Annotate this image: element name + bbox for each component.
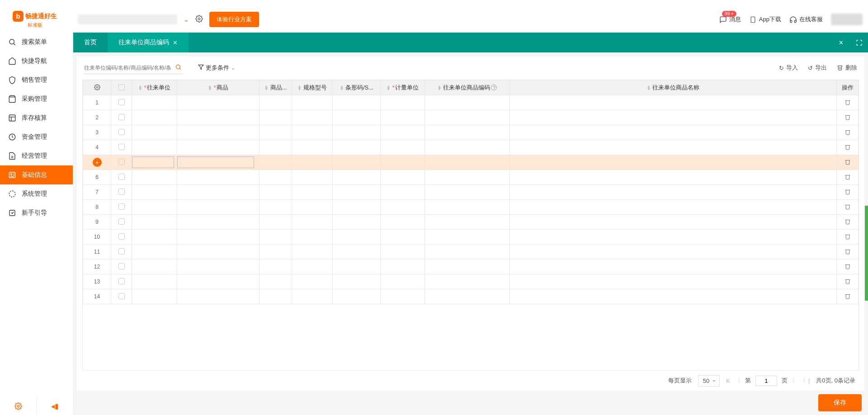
sidebar-collapse-button[interactable]: ◂▮ [37,397,73,415]
tab-partner-product-code[interactable]: 往来单位商品编码 ✕ [108,33,189,52]
cell-spec[interactable] [292,110,333,125]
header-product[interactable]: ▲▼*商品 [177,80,259,95]
cell-barcode[interactable] [333,289,381,304]
row-checkbox[interactable] [111,215,132,230]
cell-barcode[interactable] [333,140,381,155]
cell-partner-name[interactable] [510,200,837,215]
cell-category[interactable] [259,110,292,125]
cell-partner-name[interactable] [510,185,837,200]
cell-spec[interactable] [292,274,333,289]
table-row[interactable]: 3 [83,125,859,140]
cell-product[interactable] [177,274,259,289]
cell-category[interactable] [259,274,292,289]
cell-measure[interactable] [381,140,425,155]
table-row[interactable]: 8 [83,200,859,215]
cell-spec[interactable] [292,200,333,215]
cell-partner-code[interactable] [425,155,510,170]
cell-category[interactable] [259,140,292,155]
cell-barcode[interactable] [333,200,381,215]
cell-product[interactable] [177,95,259,110]
export-button[interactable]: ↺ 导出 [808,64,827,72]
row-checkbox[interactable] [111,274,132,289]
cell-product[interactable] [177,140,259,155]
cell-partner-unit[interactable] [132,200,177,215]
cell-partner-name[interactable] [510,230,837,245]
cell-partner-unit[interactable] [132,170,177,185]
row-delete-button[interactable] [837,245,859,259]
cell-partner-name[interactable] [510,95,837,110]
row-delete-button[interactable] [837,289,859,304]
next-page-button[interactable]: 〉 [792,377,798,385]
cell-measure[interactable] [381,259,425,274]
tab-home[interactable]: 首页 [73,33,108,52]
sidebar-item-7[interactable]: 基础信息 [0,165,73,184]
cell-partner-code[interactable] [425,95,510,110]
table-row[interactable]: 6 [83,170,859,185]
cell-partner-unit[interactable] [132,259,177,274]
cell-partner-unit[interactable] [132,140,177,155]
cell-category[interactable] [259,215,292,230]
cell-category[interactable] [259,200,292,215]
cell-partner-unit[interactable] [132,215,177,230]
cell-barcode[interactable] [333,259,381,274]
search-input[interactable] [84,62,183,74]
cell-partner-code[interactable] [425,245,510,259]
cell-spec[interactable] [292,125,333,140]
header-partner-code[interactable]: ▲▼往来单位商品编码? [425,80,510,95]
cell-barcode[interactable] [333,230,381,245]
cell-partner-name[interactable] [510,259,837,274]
trial-button[interactable]: 体验行业方案 [209,12,259,27]
cell-partner-unit[interactable] [132,230,177,245]
cell-spec[interactable] [292,259,333,274]
row-checkbox[interactable] [111,185,132,200]
first-page-button[interactable]: K [726,377,730,384]
sidebar-settings-button[interactable] [0,397,37,415]
row-delete-button[interactable] [837,155,859,170]
cell-product[interactable] [177,170,259,185]
row-delete-button[interactable] [837,215,859,230]
sidebar-item-8[interactable]: 系统管理 [0,184,73,203]
cell-category[interactable] [259,155,292,170]
table-row[interactable]: 11 [83,245,859,259]
cell-partner-unit[interactable] [132,110,177,125]
row-delete-button[interactable] [837,185,859,200]
cell-measure[interactable] [381,215,425,230]
cell-category[interactable] [259,185,292,200]
cell-measure[interactable] [381,200,425,215]
header-spec[interactable]: ▲▼规格型号 [292,80,333,95]
cell-category[interactable] [259,170,292,185]
per-page-select[interactable]: 50 [698,375,720,387]
close-icon[interactable]: ✕ [173,39,178,46]
product-input[interactable] [177,156,254,168]
sidebar-item-5[interactable]: 资金管理 [0,127,73,146]
header-measure-unit[interactable]: ▲▼*计量单位 [381,80,425,95]
header-partner-name[interactable]: ▲▼往来单位商品名称 [510,80,837,95]
cell-partner-name[interactable] [510,125,837,140]
table-row[interactable]: 12 [83,259,859,274]
cell-partner-code[interactable] [425,289,510,304]
cell-partner-code[interactable] [425,170,510,185]
row-checkbox[interactable] [111,200,132,215]
cell-partner-code[interactable] [425,110,510,125]
row-delete-button[interactable] [837,95,859,110]
cell-barcode[interactable] [333,95,381,110]
cell-partner-name[interactable] [510,155,837,170]
cell-barcode[interactable] [333,185,381,200]
cell-spec[interactable] [292,170,333,185]
cell-partner-name[interactable] [510,289,837,304]
cell-category[interactable] [259,259,292,274]
cell-spec[interactable] [292,230,333,245]
sidebar-item-9[interactable]: 新手引导 [0,203,73,222]
cell-spec[interactable] [292,289,333,304]
cell-product[interactable] [177,230,259,245]
search-icon[interactable] [175,64,182,72]
cell-category[interactable] [259,95,292,110]
cell-spec[interactable] [292,140,333,155]
cell-product[interactable] [177,245,259,259]
cell-measure[interactable] [381,155,425,170]
help-icon[interactable]: ? [491,85,497,90]
fullscreen-button[interactable] [850,33,868,52]
row-delete-button[interactable] [837,110,859,125]
header-settings[interactable] [83,80,111,95]
row-checkbox[interactable] [111,259,132,274]
